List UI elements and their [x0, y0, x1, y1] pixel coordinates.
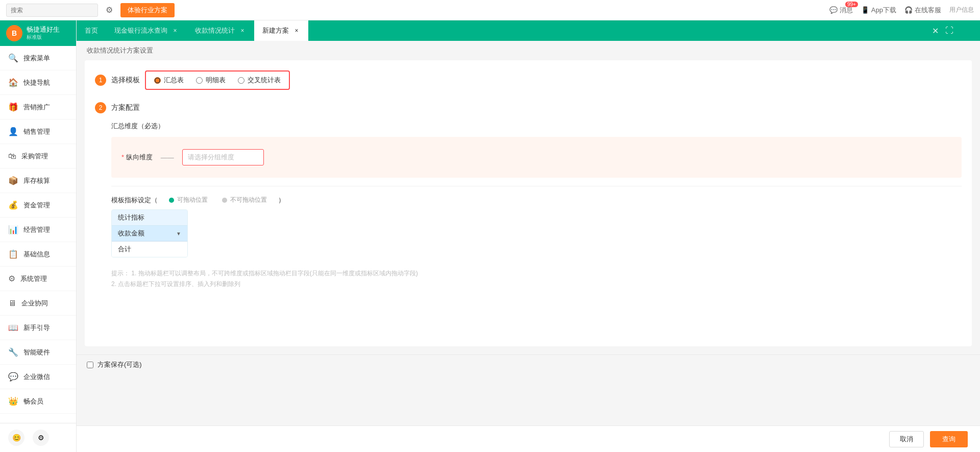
logo-sub: 标准版 — [27, 34, 60, 41]
sidebar-item-member[interactable]: 👑 畅会员 — [0, 389, 76, 414]
sidebar-label-search: 搜索菜单 — [23, 54, 50, 63]
sidebar-item-guide[interactable]: 📖 新手引导 — [0, 316, 76, 340]
metrics-section: 模板指标设定（ 可拖动位置 不可拖动位置 ） — [111, 195, 962, 259]
save-label[interactable]: 方案保存(可选) — [97, 360, 142, 369]
dimension-select[interactable]: 请选择分组维度 — [182, 149, 264, 165]
sidebar-label-marketing: 营销推广 — [23, 103, 50, 112]
draggable-dot — [169, 198, 174, 203]
metrics-table-header: 统计指标 — [112, 210, 187, 226]
dimension-placeholder: 请选择分组维度 — [188, 153, 234, 162]
home-icon: 🏠 — [8, 78, 18, 87]
sidebar-item-collab[interactable]: 🖥 企业协同 — [0, 291, 76, 316]
footer-bar: 取消 查询 — [77, 425, 980, 452]
breadcrumb: 收款情况统计方案设置 — [77, 41, 980, 60]
tab-cashflow-close[interactable]: × — [172, 27, 179, 34]
radio-detail[interactable]: 明细表 — [196, 76, 226, 85]
inventory-icon: 📦 — [8, 176, 18, 185]
sidebar-label-base: 基础信息 — [23, 250, 50, 259]
sidebar-item-base[interactable]: 📋 基础信息 — [0, 242, 76, 267]
radio-summary-input[interactable] — [154, 77, 161, 84]
metrics-col-total: 合计 — [112, 242, 187, 257]
industry-button[interactable]: 体验行业方案 — [120, 3, 175, 17]
sidebar-item-marketing[interactable]: 🎁 营销推广 — [0, 95, 76, 120]
step1-title: 选择模板 — [111, 76, 140, 85]
sidebar-item-purchase[interactable]: 🛍 采购管理 — [0, 144, 76, 169]
logo-text-wrap: 畅捷通好生 标准版 — [27, 26, 60, 41]
metrics-setting-label: 模板指标设定（ — [111, 196, 158, 205]
metrics-header: 模板指标设定（ 可拖动位置 不可拖动位置 ） — [111, 195, 962, 205]
draggable-label: 可拖动位置 — [177, 196, 208, 204]
main-layout: B 畅捷通好生 标准版 🔍 搜索菜单 🏠 快捷导航 🎁 营销推广 👤 销售管理 — [0, 20, 980, 452]
metrics-col-payment[interactable]: 收款金额 ▼ — [112, 226, 187, 242]
dimension-row: * 纵向维度 —— 请选择分组维度 — [121, 149, 264, 165]
radio-summary[interactable]: 汇总表 — [154, 76, 184, 85]
tab-new-plan[interactable]: 新建方案 × — [254, 20, 308, 41]
collab-icon: 🖥 — [8, 299, 16, 308]
tab-bar: 首页 现金银行流水查询 × 收款情况统计 × 新建方案 × ✕ ⛶ — [77, 20, 980, 41]
sidebar-logo: B 畅捷通好生 标准版 — [0, 20, 76, 46]
message-button[interactable]: 💬 消息 99+ — [829, 6, 853, 15]
foot-icon-2[interactable]: ⚙ — [33, 430, 49, 446]
cancel-button[interactable]: 取消 — [889, 431, 924, 447]
template-options: 汇总表 明细表 交叉统计表 — [145, 70, 290, 90]
tips-section: 提示： 1. 拖动标题栏可以调整布局，不可跨维度或指标区域拖动栏目字段(只能在同… — [111, 269, 962, 289]
metrics-table: 统计指标 收款金额 ▼ 合计 — [111, 209, 188, 257]
tab-home[interactable]: 首页 — [77, 20, 106, 41]
sidebar-item-wechat[interactable]: 💬 企业微信 — [0, 365, 76, 389]
search-input[interactable] — [6, 4, 98, 17]
dimension-section-label: 汇总维度（必选） — [111, 122, 962, 131]
sidebar-item-sales[interactable]: 👤 销售管理 — [0, 120, 76, 144]
service-label: 在线客服 — [915, 6, 941, 15]
step2-title: 方案配置 — [111, 103, 140, 112]
sidebar-item-hardware[interactable]: 🔧 智能硬件 — [0, 340, 76, 365]
sidebar-item-system[interactable]: ⚙ 系统管理 — [0, 267, 76, 291]
sidebar: B 畅捷通好生 标准版 🔍 搜索菜单 🏠 快捷导航 🎁 营销推广 👤 销售管理 — [0, 20, 77, 452]
step1-badge: 1 — [95, 75, 106, 86]
gear-button[interactable]: ⚙ — [102, 3, 116, 17]
search-icon: 🔍 — [8, 53, 18, 63]
config-wrap: 汇总维度（必选） * 纵向维度 —— 请选择分组维度 — [95, 122, 962, 289]
radio-summary-label: 汇总表 — [164, 76, 184, 85]
radio-cross-input[interactable] — [238, 77, 244, 84]
download-button[interactable]: 📱 App下载 — [861, 6, 896, 15]
foot-icon-1[interactable]: 😊 — [8, 430, 24, 446]
sidebar-item-nav[interactable]: 🏠 快捷导航 — [0, 70, 76, 95]
tab-expand-icon[interactable]: ⛶ — [943, 25, 955, 37]
radio-cross[interactable]: 交叉统计表 — [238, 76, 281, 85]
user-info: 用户信息 — [949, 6, 974, 14]
tab-collection[interactable]: 收款情况统计 × — [187, 20, 254, 41]
message-icon: 💬 — [829, 6, 838, 14]
divider — [111, 186, 962, 186]
sidebar-label-sales: 销售管理 — [23, 127, 50, 136]
metrics-table-header-text: 统计指标 — [118, 213, 144, 222]
sidebar-item-search[interactable]: 🔍 搜索菜单 — [0, 46, 76, 70]
sidebar-footer: 😊 ⚙ — [0, 423, 76, 452]
tab-cashflow[interactable]: 现金银行流水查询 × — [106, 20, 187, 41]
sidebar-item-finance[interactable]: 💰 资金管理 — [0, 193, 76, 218]
chevron-down-icon[interactable]: ▼ — [176, 231, 181, 236]
right-actions: 💬 消息 99+ 📱 App下载 🎧 在线客服 用户信息 — [829, 6, 974, 15]
sidebar-item-management[interactable]: 📊 经营管理 — [0, 218, 76, 242]
base-icon: 📋 — [8, 249, 18, 259]
management-icon: 📊 — [8, 225, 18, 234]
sidebar-label-guide: 新手引导 — [23, 323, 50, 332]
finance-icon: 💰 — [8, 200, 18, 210]
vertical-dimension-label: * 纵向维度 — [121, 153, 153, 162]
hardware-icon: 🔧 — [8, 347, 18, 357]
sidebar-item-inventory[interactable]: 📦 库存核算 — [0, 169, 76, 193]
step2-section: 2 方案配置 汇总维度（必选） * 纵向维度 — [95, 102, 962, 289]
save-checkbox[interactable] — [87, 362, 93, 368]
gift-icon: 🎁 — [8, 102, 18, 112]
tab-new-plan-close[interactable]: × — [293, 27, 300, 34]
query-button[interactable]: 查询 — [930, 431, 968, 447]
radio-detail-label: 明细表 — [206, 76, 226, 85]
radio-detail-input[interactable] — [196, 77, 203, 84]
sidebar-label-system: 系统管理 — [20, 274, 47, 283]
tab-collection-close[interactable]: × — [239, 27, 246, 34]
step1-section: 1 选择模板 汇总表 明细表 — [95, 70, 962, 90]
tab-new-plan-label: 新建方案 — [262, 26, 289, 35]
tab-close-icon[interactable]: ✕ — [929, 25, 941, 37]
service-button[interactable]: 🎧 在线客服 — [904, 6, 941, 15]
tab-collection-label: 收款情况统计 — [195, 26, 235, 35]
step2-badge: 2 — [95, 102, 106, 113]
